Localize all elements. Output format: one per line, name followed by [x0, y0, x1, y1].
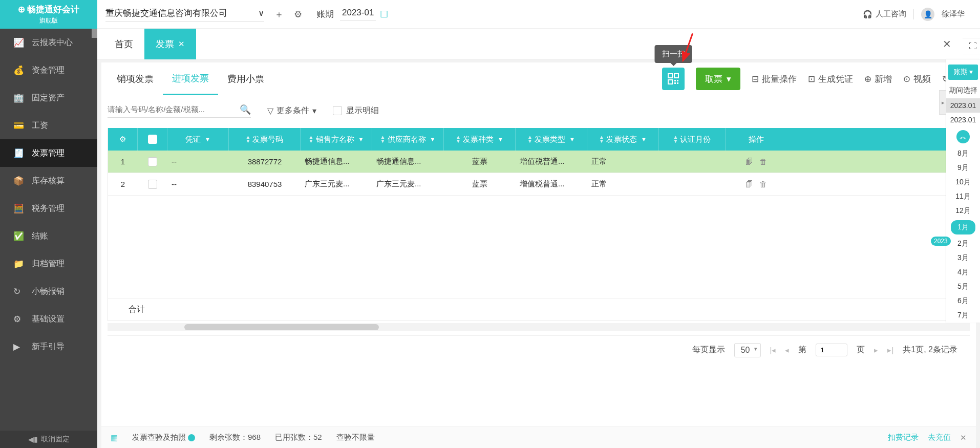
- view-icon[interactable]: 🗐: [745, 157, 753, 166]
- gear-icon[interactable]: ⚙: [294, 9, 302, 20]
- tab-invoice[interactable]: 发票✕: [144, 29, 196, 59]
- table-header: ⚙ 凭证▼ ▲▼发票号码 ▲▼销售方名称▼ ▲▼供应商名称▼ ▲▼发票种类▼ ▲…: [108, 128, 969, 151]
- cell-chk[interactable]: [138, 173, 167, 195]
- cell-cert: --: [167, 173, 229, 195]
- search-input[interactable]: [108, 105, 240, 114]
- gen-voucher-button[interactable]: ⊡生成凭证: [808, 73, 853, 85]
- sidebar-item-salary[interactable]: 💳工资: [0, 112, 97, 139]
- sidebar-unpin[interactable]: ◀▮取消固定: [0, 431, 97, 448]
- avatar[interactable]: 👤: [921, 8, 934, 21]
- scrollbar-thumb[interactable]: [184, 324, 379, 330]
- month-1月[interactable]: 1月: [951, 220, 975, 234]
- sidebar-item-report[interactable]: 📈云报表中心: [0, 29, 97, 56]
- sidebar-item-invoice[interactable]: 🧾发票管理: [0, 139, 97, 167]
- get-invoice-button[interactable]: 取票▾: [696, 68, 740, 90]
- svg-rect-1: [674, 74, 678, 78]
- next-page-icon[interactable]: ▸: [874, 346, 878, 355]
- close-all-tabs[interactable]: ✕: [943, 38, 951, 50]
- fee-log-link[interactable]: 扣费记录: [888, 433, 919, 442]
- close-icon[interactable]: ✕: [178, 39, 185, 49]
- show-detail-toggle[interactable]: 显示明细: [333, 105, 379, 116]
- month-3月[interactable]: 3月: [946, 251, 980, 265]
- th-settings[interactable]: ⚙: [108, 128, 138, 151]
- th-status[interactable]: ▲▼发票状态▼: [587, 128, 659, 151]
- th-num[interactable]: ▲▼发票号码: [229, 128, 301, 151]
- delete-icon[interactable]: 🗑: [759, 180, 767, 188]
- scroll-up-icon[interactable]: ︽: [956, 130, 970, 143]
- th-label: 凭证: [185, 135, 201, 144]
- th-label: 认证月份: [680, 135, 711, 144]
- sidebar-item-fund[interactable]: 💰资金管理: [0, 56, 97, 84]
- range-to[interactable]: 2023.01: [946, 113, 980, 127]
- subtab-purchase[interactable]: 进项发票: [163, 62, 218, 95]
- cell-chk[interactable]: [138, 151, 167, 173]
- th-month[interactable]: ▲▼认证月份: [659, 128, 726, 151]
- th-checkbox[interactable]: [138, 128, 167, 151]
- sidebar-item-stock[interactable]: 📦库存核算: [0, 167, 97, 195]
- page-input[interactable]: [816, 344, 847, 356]
- recharge-link[interactable]: 去充值: [928, 433, 951, 442]
- support-link[interactable]: 🎧人工咨询: [863, 9, 906, 19]
- period-value[interactable]: 2023-01: [340, 8, 376, 20]
- more-conditions[interactable]: ▽更多条件▾: [267, 105, 316, 116]
- collapse-icon[interactable]: ▸: [939, 90, 946, 115]
- month-4月[interactable]: 4月: [946, 265, 980, 280]
- sidebar-item-tax[interactable]: 🧮税务管理: [0, 195, 97, 222]
- table-row[interactable]: 1 -- 38872772 畅捷通信息... 畅捷通信息... 蓝票 增值税普通…: [108, 151, 969, 173]
- month-11月[interactable]: 11月: [946, 189, 980, 204]
- pager-summary: 共1页, 2条记录: [903, 345, 957, 355]
- month-8月[interactable]: 8月: [946, 146, 980, 161]
- sidebar-item-archive[interactable]: 📁归档管理: [0, 250, 97, 278]
- expand-icon[interactable]: ⛶: [963, 38, 980, 54]
- add-icon[interactable]: ＋: [274, 8, 284, 20]
- qr-scan-button[interactable]: 扫一扫: [662, 68, 685, 90]
- prev-page-icon[interactable]: ◂: [785, 346, 789, 355]
- th-supplier[interactable]: ▲▼供应商名称▼: [372, 128, 444, 151]
- month-10月[interactable]: 10月: [946, 175, 980, 189]
- view-icon[interactable]: 🗐: [745, 180, 753, 188]
- period-dropdown[interactable]: 账期 ▾: [948, 65, 978, 80]
- close-icon[interactable]: ✕: [960, 433, 967, 442]
- subtab-expense[interactable]: 费用小票: [218, 62, 273, 95]
- batch-button[interactable]: ⊟批量操作: [752, 73, 797, 85]
- th-seller[interactable]: ▲▼销售方名称▼: [301, 128, 372, 151]
- tab-home[interactable]: 首页: [103, 29, 144, 59]
- calc-icon: 🧮: [13, 203, 24, 214]
- month-2月[interactable]: 2月: [946, 237, 980, 251]
- month-6月[interactable]: 6月: [946, 294, 980, 308]
- range-from[interactable]: 2023.01: [946, 98, 980, 113]
- brand: ⊕ 畅捷通好会计: [18, 4, 79, 15]
- th-kind[interactable]: ▲▼发票种类▼: [444, 128, 516, 151]
- last-page-icon[interactable]: ▸|: [887, 346, 893, 355]
- sidebar-item-reimburse[interactable]: ↻小畅报销: [0, 278, 97, 305]
- calendar-icon[interactable]: ☐: [380, 9, 388, 20]
- headset-icon: 🎧: [863, 10, 872, 19]
- subtab-sales[interactable]: 销项发票: [108, 62, 163, 95]
- month-7月[interactable]: 7月: [946, 308, 980, 323]
- per-page-select[interactable]: 50: [734, 343, 761, 357]
- month-5月[interactable]: 5月: [946, 280, 980, 294]
- building-icon: 🏢: [13, 93, 24, 103]
- remain-label: 剩余张数：: [209, 433, 248, 441]
- sidebar-item-label: 资金管理: [32, 65, 65, 76]
- first-page-icon[interactable]: |◂: [770, 346, 776, 355]
- verify-photo[interactable]: 发票查验及拍照: [132, 433, 195, 442]
- th-cert[interactable]: 凭证▼: [167, 128, 229, 151]
- th-type[interactable]: ▲▼发票类型▼: [516, 128, 587, 151]
- table-row[interactable]: 2 -- 83940753 广东三元麦... 广东三元麦... 蓝票 增值税普通…: [108, 173, 969, 196]
- delete-icon[interactable]: 🗑: [759, 157, 767, 166]
- horizontal-scrollbar[interactable]: [108, 323, 970, 331]
- sidebar-item-asset[interactable]: 🏢固定资产: [0, 84, 97, 112]
- sidebar-item-guide[interactable]: ▶新手引导: [0, 333, 97, 360]
- add-button[interactable]: ⊕新增: [864, 73, 892, 85]
- sidebar-item-close[interactable]: ✅结账: [0, 222, 97, 250]
- sidebar-item-settings[interactable]: ⚙基础设置: [0, 305, 97, 333]
- month-9月[interactable]: 9月: [946, 161, 980, 175]
- video-button[interactable]: ⊙视频: [903, 73, 931, 85]
- company-selector[interactable]: 重庆畅捷交通信息咨询有限公司 ∨: [105, 7, 264, 22]
- search-icon[interactable]: 🔍: [240, 104, 251, 115]
- chevron-down-icon: ∨: [258, 8, 264, 18]
- svg-rect-2: [668, 80, 672, 84]
- cell-num: 83940753: [229, 173, 301, 195]
- month-12月[interactable]: 12月: [946, 204, 980, 218]
